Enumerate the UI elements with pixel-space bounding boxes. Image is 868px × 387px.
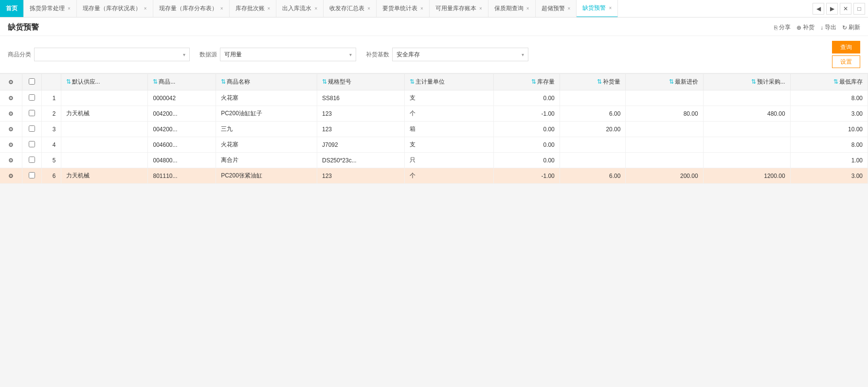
col-est-purchase[interactable]: ⇅预计采购...	[703, 74, 790, 90]
select-all-checkbox[interactable]	[29, 78, 35, 85]
col-gear-settings[interactable]: ⚙	[0, 74, 22, 90]
table-row: ⚙ 6 力天机械 801110... PC200张紧油缸 123 个 -1.00…	[0, 168, 868, 184]
tab-close-icon[interactable]: ×	[420, 6, 423, 11]
col-stock[interactable]: ⇅库存量	[494, 74, 560, 90]
tab-close-icon[interactable]: ×	[68, 6, 71, 11]
row-est-purchase	[703, 153, 790, 168]
row-min-stock: 3.00	[790, 168, 868, 184]
row-checkbox-cell[interactable]	[22, 137, 41, 153]
tab-home[interactable]: 首页	[0, 0, 24, 18]
tab-close-icon[interactable]: ×	[220, 6, 223, 11]
col-num	[41, 74, 61, 90]
row-default-supplier	[61, 122, 148, 137]
row-checkbox-cell[interactable]	[22, 122, 41, 137]
sort-icon: ⇅	[669, 78, 674, 85]
col-spec[interactable]: ⇅规格型号	[317, 74, 404, 90]
category-label: 商品分类	[8, 51, 31, 59]
col-product-code[interactable]: ⇅商品...	[148, 74, 216, 90]
tab-expiry[interactable]: 保质期查询×	[488, 0, 536, 18]
row-checkbox[interactable]	[29, 110, 35, 116]
tab-avail-ledger[interactable]: 可用量库存账本×	[430, 0, 488, 18]
settings-button[interactable]: 设置	[832, 55, 860, 68]
refresh-button[interactable]: ↻ 刷新	[842, 23, 860, 32]
row-checkbox[interactable]	[29, 157, 35, 163]
row-gear-icon[interactable]: ⚙	[8, 126, 14, 133]
tab-next-button[interactable]: ▶	[826, 3, 838, 15]
row-product-name: 离合片	[216, 153, 317, 168]
tab-abnormal[interactable]: 拣货异常处理×	[24, 0, 77, 18]
datasource-select[interactable]: 可用量 ▾	[220, 48, 356, 61]
table-settings-icon[interactable]: ⚙	[8, 79, 14, 86]
row-num: 3	[41, 122, 61, 137]
tab-close-icon[interactable]: ×	[568, 6, 571, 11]
col-latest-price[interactable]: ⇅最新进价	[626, 74, 703, 90]
filter-bar: 商品分类 ▾ 数据源 可用量 ▾ 补货基数 安全库存 ▾ 查询 设置	[0, 36, 868, 73]
tab-overstock[interactable]: 超储预警×	[536, 0, 577, 18]
share-button[interactable]: ⎘ 分享	[774, 23, 791, 32]
row-gear-icon[interactable]: ⚙	[8, 95, 14, 102]
row-checkbox[interactable]	[29, 125, 35, 132]
tab-label: 可用量库存账本	[435, 4, 476, 13]
col-default-supplier[interactable]: ⇅默认供应...	[61, 74, 148, 90]
row-default-supplier	[61, 90, 148, 106]
tab-close-icon[interactable]: ×	[314, 6, 317, 11]
row-checkbox-cell[interactable]	[22, 168, 41, 184]
row-checkbox-cell[interactable]	[22, 106, 41, 122]
tab-label: 首页	[6, 4, 18, 13]
tab-prev-button[interactable]: ◀	[813, 3, 824, 15]
export-button[interactable]: ↓ 导出	[820, 23, 836, 32]
category-chevron-icon: ▾	[183, 52, 185, 57]
row-latest-price	[626, 122, 703, 137]
tab-collect[interactable]: 收发存汇总表×	[324, 0, 377, 18]
row-gear-icon[interactable]: ⚙	[8, 173, 14, 179]
query-button[interactable]: 查询	[832, 41, 860, 53]
tab-batch[interactable]: 库存批次账×	[230, 0, 277, 18]
row-unit: 箱	[405, 122, 494, 137]
share-icon: ⎘	[774, 24, 778, 31]
col-replenish[interactable]: ⇅补货量	[560, 74, 626, 90]
tab-close-icon[interactable]: ×	[479, 6, 482, 11]
col-select-all[interactable]	[22, 74, 41, 90]
category-select[interactable]: ▾	[34, 48, 190, 61]
row-num: 6	[41, 168, 61, 184]
row-gear-icon[interactable]: ⚙	[8, 141, 14, 148]
replenish-base-select[interactable]: 安全库存 ▾	[392, 48, 528, 61]
tab-label: 超储预警	[542, 4, 565, 13]
tab-stock-status[interactable]: 现存量（库存状况表）×	[77, 0, 153, 18]
tab-close-icon[interactable]: ×	[526, 6, 529, 11]
col-product-name[interactable]: ⇅商品名称	[216, 74, 317, 90]
row-unit: 个	[405, 106, 494, 122]
sort-icon: ⇅	[833, 78, 838, 85]
row-gear-icon[interactable]: ⚙	[8, 157, 14, 164]
row-product-name: 火花塞	[216, 137, 317, 153]
tab-close-icon[interactable]: ×	[268, 6, 271, 11]
tab-close-icon[interactable]: ×	[367, 6, 370, 11]
row-est-purchase	[703, 137, 790, 153]
replenish-button[interactable]: ⊕ 补货	[796, 23, 814, 32]
tab-close-all-button[interactable]: ✕	[840, 3, 851, 15]
tab-close-icon[interactable]: ×	[609, 5, 612, 11]
page-title: 缺货预警	[8, 22, 39, 33]
col-min-stock[interactable]: ⇅最低库存	[790, 74, 868, 90]
row-product-code: 0000042	[148, 90, 216, 106]
row-checkbox[interactable]	[29, 172, 35, 178]
row-spec: SS816	[317, 90, 404, 106]
tab-order-stat[interactable]: 要货单统计表×	[377, 0, 430, 18]
row-est-purchase	[703, 122, 790, 137]
row-checkbox-cell[interactable]	[22, 90, 41, 106]
tab-close-icon[interactable]: ×	[144, 6, 147, 11]
row-checkbox-cell[interactable]	[22, 153, 41, 168]
col-unit[interactable]: ⇅主计量单位	[405, 74, 494, 90]
table-row: ⚙ 1 0000042 火花塞 SS816 支 0.00 8.00	[0, 90, 868, 106]
row-product-name: 三九	[216, 122, 317, 137]
tab-stock-dist[interactable]: 现存量（库存分布表）×	[153, 0, 230, 18]
sort-icon: ⇅	[597, 78, 602, 85]
row-gear-icon[interactable]: ⚙	[8, 110, 14, 117]
tab-shortage[interactable]: 缺货预警×	[577, 0, 618, 18]
row-checkbox[interactable]	[29, 94, 35, 101]
tab-label: 现存量（库存分布表）	[159, 4, 217, 13]
row-checkbox[interactable]	[29, 141, 35, 147]
table-container: ⚙ ⇅默认供应... ⇅商品... ⇅商品名称	[0, 73, 868, 184]
tab-inout[interactable]: 出入库流水×	[276, 0, 324, 18]
tab-restore-button[interactable]: □	[853, 3, 865, 15]
